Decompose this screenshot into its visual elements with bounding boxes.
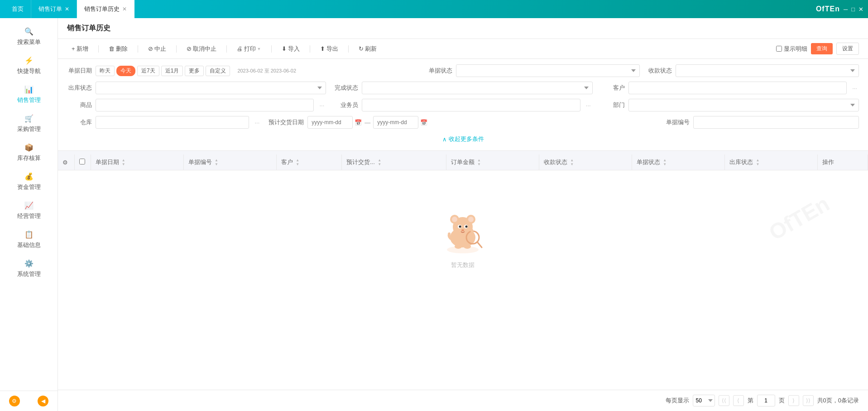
goods-dots[interactable]: ···: [317, 102, 326, 109]
tab-sales-order-history-close[interactable]: ✕: [122, 6, 127, 12]
salesperson-input[interactable]: [362, 99, 580, 111]
order-status-select[interactable]: [456, 64, 639, 77]
sidebar-item-operation-mgmt[interactable]: 📈 经营管理: [0, 196, 58, 225]
sidebar-collapse-icon[interactable]: ◀: [38, 396, 48, 406]
sort-icons-amount: ▲ ▼: [477, 159, 481, 166]
customer-input[interactable]: [628, 82, 847, 94]
th-order-status[interactable]: 单据状态 ▲ ▼: [632, 155, 725, 170]
date-cal-from-icon[interactable]: 📅: [355, 119, 362, 126]
settings-button[interactable]: 设置: [836, 43, 859, 55]
date-btn-1month[interactable]: 近1月: [161, 66, 183, 76]
window-minimize[interactable]: ─: [844, 6, 848, 13]
per-page-select[interactable]: 50 10 20 100: [693, 395, 715, 406]
sidebar-item-capital-mgmt[interactable]: 💰 资金管理: [0, 167, 58, 196]
department-select[interactable]: [628, 99, 859, 111]
tab-sales-order[interactable]: 销售订单 ✕: [31, 0, 77, 18]
date-btn-more[interactable]: 更多: [185, 66, 204, 76]
export-label: 导出: [326, 45, 338, 53]
th-expected-delivery[interactable]: 预计交货... ▲ ▼: [341, 155, 446, 170]
tab-sales-order-close[interactable]: ✕: [65, 6, 69, 12]
window-maximize[interactable]: □: [851, 6, 855, 13]
settings-icon[interactable]: ⚙: [62, 159, 68, 166]
salesperson-label: 业务员: [333, 101, 358, 109]
collapse-icon: ∧: [442, 136, 447, 143]
delete-button[interactable]: 🗑 删除: [104, 43, 132, 55]
th-order-date[interactable]: 单据日期 ▲ ▼: [91, 155, 183, 170]
filter-warehouse: 仓库 ···: [67, 116, 261, 129]
filter-order-status: 单据状态: [427, 64, 639, 77]
next-page-btn[interactable]: ⟩: [788, 395, 799, 406]
sidebar-item-purchase-mgmt[interactable]: 🛒 采购管理: [0, 109, 58, 138]
svg-point-9: [459, 226, 461, 228]
sidebar-item-sales-mgmt[interactable]: 📊 销售管理: [0, 80, 58, 109]
warehouse-input[interactable]: [96, 116, 249, 129]
page-number-input[interactable]: [757, 395, 775, 406]
divider-6: [310, 45, 310, 53]
table-head: ⚙ 单据日期 ▲ ▼ 单据编号: [58, 155, 868, 170]
salesperson-dots[interactable]: ···: [584, 102, 593, 109]
refresh-button[interactable]: ↻ 刷新: [354, 43, 381, 55]
date-btn-custom[interactable]: 自定义: [206, 66, 230, 76]
date-cal-to-icon[interactable]: 📅: [420, 119, 427, 126]
outbound-status-select[interactable]: [96, 82, 326, 94]
export-icon: ⬆: [320, 45, 325, 52]
sidebar-item-basic-info[interactable]: 📋 基础信息: [0, 225, 58, 254]
cancel-stop-button[interactable]: ⊘ 取消中止: [182, 43, 221, 55]
sidebar-item-basic-info-label: 基础信息: [17, 241, 41, 249]
th-outbound-status[interactable]: 出库状态 ▲ ▼: [725, 155, 818, 170]
date-range-text: 2023-06-02 至 2023-06-02: [237, 68, 296, 74]
window-close[interactable]: ✕: [858, 6, 863, 13]
sidebar-item-capital-mgmt-label: 资金管理: [17, 183, 41, 191]
last-page-btn[interactable]: ⟩⟩: [803, 395, 814, 406]
new-button[interactable]: + 新增: [67, 43, 93, 55]
query-button[interactable]: 查询: [811, 43, 833, 54]
th-expected-delivery-label: 预计交货...: [346, 159, 375, 165]
delivery-date-from[interactable]: [307, 116, 353, 129]
display-dense-checkbox[interactable]: [776, 46, 782, 52]
th-settings[interactable]: ⚙: [58, 155, 74, 170]
goods-input[interactable]: [96, 99, 314, 111]
complete-status-select[interactable]: [362, 82, 592, 94]
th-checkbox[interactable]: [74, 155, 91, 170]
sidebar-item-search-menu[interactable]: 🔍 搜索菜单: [0, 22, 58, 51]
print-dropdown-icon: ▼: [257, 47, 261, 51]
import-icon: ⬇: [282, 45, 287, 52]
sidebar: 🔍 搜索菜单 ⚡ 快捷导航 📊 销售管理 🛒 采购管理 📦 库存核算 💰 资金管…: [0, 18, 58, 411]
display-dense-toggle[interactable]: 显示明细: [776, 45, 807, 53]
th-order-number-label: 单据编号: [188, 159, 212, 165]
warehouse-dots[interactable]: ···: [253, 119, 261, 126]
prev-page-btn[interactable]: ⟨: [733, 395, 744, 406]
collapse-row[interactable]: ∧ 收起更多条件: [67, 133, 859, 145]
th-order-number[interactable]: 单据编号 ▲ ▼: [183, 155, 276, 170]
sidebar-bottom: ⚙ ◀: [0, 391, 58, 411]
filter-area: 单据日期 昨天 今天 近7天 近1月 更多 自定义 2023-06-02 至 2…: [58, 59, 868, 151]
tab-sales-order-history[interactable]: 销售订单历史 ✕: [77, 0, 134, 18]
th-payment-status[interactable]: 收款状态 ▲ ▼: [539, 155, 632, 170]
sidebar-item-quick-nav[interactable]: ⚡ 快捷导航: [0, 51, 58, 80]
delivery-date-to[interactable]: [373, 116, 418, 129]
empty-text: 暂无数据: [451, 261, 475, 269]
filter-order-number: 单据编号: [665, 116, 859, 129]
date-btn-today[interactable]: 今天: [116, 66, 135, 76]
th-order-amount[interactable]: 订单金额 ▲ ▼: [446, 155, 539, 170]
order-number-input[interactable]: [693, 116, 859, 129]
select-all-checkbox[interactable]: [79, 159, 85, 164]
first-page-btn[interactable]: ⟨⟨: [719, 395, 729, 406]
tab-home[interactable]: 首页: [5, 0, 31, 18]
stop-button[interactable]: ⊘ 中止: [144, 43, 171, 55]
divider-1: [98, 45, 99, 53]
th-customer[interactable]: 客户 ▲ ▼: [276, 155, 341, 170]
sidebar-item-inventory[interactable]: 📦 库存核算: [0, 138, 58, 167]
customer-dots[interactable]: ···: [850, 85, 859, 92]
print-button[interactable]: 🖨 打印 ▼: [232, 43, 266, 55]
sidebar-item-system-mgmt[interactable]: ⚙️ 系统管理: [0, 254, 58, 283]
sort-icons-delivery: ▲ ▼: [378, 159, 381, 166]
sidebar-settings-icon[interactable]: ⚙: [9, 396, 20, 406]
sidebar-item-operation-mgmt-label: 经营管理: [17, 212, 41, 220]
import-button[interactable]: ⬇ 导入: [277, 43, 304, 55]
date-btn-yesterday[interactable]: 昨天: [96, 66, 115, 76]
export-button[interactable]: ⬆ 导出: [316, 43, 343, 55]
tab-home-label: 首页: [12, 5, 24, 13]
payment-status-select[interactable]: [676, 64, 859, 77]
date-btn-7days[interactable]: 近7天: [137, 66, 159, 76]
